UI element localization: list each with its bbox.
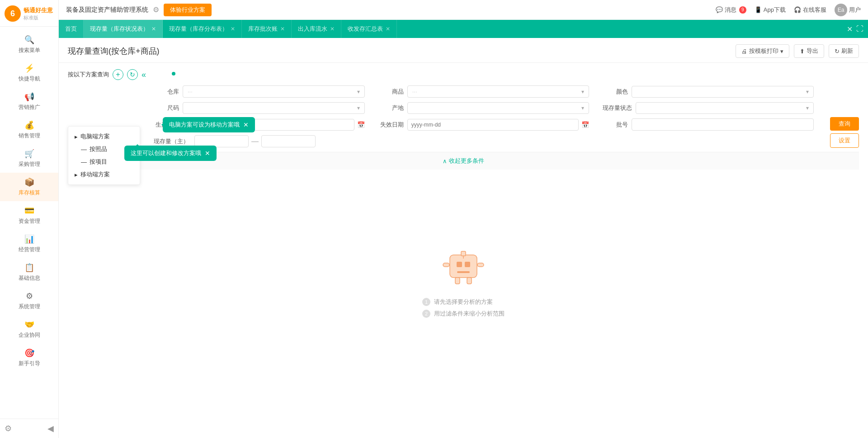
tab-close-batch[interactable]: ✕ [280, 26, 285, 32]
tab-close-summary[interactable]: ✕ [386, 26, 390, 32]
system-title: 装备及固定资产辅助管理系统 [66, 6, 148, 14]
tab-stock-status[interactable]: 现存量（库存状况表） ✕ [84, 20, 163, 38]
tabbar: 首页 现存量（库存状况表） ✕ 现存量（库存分布表） ✕ 库存批次账 ✕ 出入库… [59, 20, 868, 38]
logo-text: 畅通好生意 标准版 [24, 6, 53, 21]
stock-main-dash: — [251, 137, 259, 146]
svg-rect-6 [443, 263, 449, 267]
svg-rect-3 [457, 271, 470, 273]
empty-step-1: 1 请先选择要分析的方案 [422, 298, 505, 306]
refresh-btn[interactable]: ↻ 刷新 [829, 44, 859, 58]
tree-pc-scheme[interactable]: ▸ 电脑端方案 [68, 130, 140, 143]
support-icon: 🎧 [794, 6, 801, 13]
tab-close-flow[interactable]: ✕ [330, 26, 335, 32]
color-chevron: ▾ [806, 89, 809, 95]
phone-icon: 📱 [755, 6, 762, 13]
filter-refresh-btn[interactable]: ↻ [127, 69, 138, 80]
industry-btn[interactable]: 体验行业方案 [164, 4, 212, 16]
online-support-item[interactable]: 🎧 在线客服 [794, 6, 826, 14]
sidebar-item-system[interactable]: ⚙ 系统管理 [0, 287, 58, 315]
goods-select[interactable]: ··· ▾ [407, 85, 590, 98]
tree-child-project-icon: — [81, 159, 87, 165]
expire-date-start[interactable] [407, 119, 579, 131]
sidebar-item-management[interactable]: 📊 经营管理 [0, 230, 58, 258]
sidebar-item-basic-info[interactable]: 📋 基础信息 [0, 258, 58, 287]
sidebar-bottom: ⚙ ◀ [0, 419, 58, 438]
search-btn-group: 查询 设置 [830, 117, 859, 148]
empty-state: 1 请先选择要分析的方案 2 用过滤条件来缩小分析范围 [59, 207, 868, 339]
warehouse-select[interactable]: ··· ▾ [183, 85, 365, 98]
tab-expand-icon[interactable]: ⛶ [856, 25, 863, 33]
topbar: 装备及固定资产辅助管理系统 ⚙ 体验行业方案 💬 消息 9 📱 App下载 🎧 … [59, 0, 868, 20]
tooltip-create-close[interactable]: ✕ [205, 150, 210, 157]
search-btn[interactable]: 查询 [830, 117, 859, 131]
sidebar-item-guide[interactable]: 🎯 新手引导 [0, 344, 58, 372]
sidebar-item-sales[interactable]: 💰 销售管理 [0, 116, 58, 144]
size-chevron: ▾ [357, 105, 360, 111]
goods-dots: ··· [412, 88, 417, 95]
set-btn[interactable]: 设置 [830, 133, 859, 148]
filter-item-origin: 产地 ▾ [378, 102, 590, 114]
print-btn[interactable]: 🖨 按模板打印 ▾ [736, 44, 789, 58]
filter-area: 按以下方案查询 + ↻ « ▸ 电脑端方案 — 按照品 — 按项目 [59, 63, 868, 207]
user-item[interactable]: Ea 用户 [835, 4, 861, 16]
page-title: 现存量查询(按仓库+商品) [68, 46, 160, 57]
sidebar-item-quicknav[interactable]: ⚡ 快捷导航 [0, 59, 58, 87]
gear-icon[interactable]: ⚙ [153, 5, 159, 14]
tab-home[interactable]: 首页 [59, 20, 84, 38]
print-dropdown-icon: ▾ [780, 48, 783, 55]
tab-flow[interactable]: 出入库流水 ✕ [292, 20, 341, 38]
stock-main-input-end[interactable] [261, 135, 316, 147]
tab-stock-dist[interactable]: 现存量（库存分布表） ✕ [163, 20, 242, 38]
sidebar-item-finance[interactable]: 💳 资金管理 [0, 201, 58, 230]
notice-item[interactable]: 💬 消息 9 [716, 6, 746, 14]
filter-back-btn[interactable]: « [142, 70, 146, 80]
goods-chevron: ▾ [581, 89, 584, 95]
color-label: 颜色 [603, 88, 628, 96]
logo-area: 6 畅通好生意 标准版 [0, 0, 58, 27]
collapse-btn[interactable]: ◀ [47, 424, 54, 433]
sidebar-item-search[interactable]: 🔍 搜索菜单 [0, 30, 58, 59]
prod-date-calendar-icon[interactable]: 📅 [357, 121, 365, 128]
tab-batch[interactable]: 库存批次账 ✕ [242, 20, 292, 38]
page-actions: 🖨 按模板打印 ▾ ⬆ 导出 ↻ 刷新 [736, 44, 859, 58]
tab-close-all-icon[interactable]: ✕ [847, 25, 853, 33]
tree-mobile-scheme[interactable]: ▸ 移动端方案 [68, 168, 140, 181]
stock-status-chevron: ▾ [806, 105, 809, 111]
filter-label-row: 按以下方案查询 + ↻ « [68, 69, 859, 80]
filter-add-btn[interactable]: + [113, 69, 123, 80]
stock-status-select[interactable]: ▾ [636, 102, 814, 114]
filter-label: 按以下方案查询 [68, 71, 109, 79]
expire-date-range: 📅 [407, 119, 590, 131]
finance-icon: 💳 [24, 206, 34, 216]
batch-no-input[interactable] [632, 118, 814, 131]
app-download-item[interactable]: 📱 App下载 [755, 6, 786, 14]
system-icon: ⚙ [26, 291, 33, 301]
sidebar-nav: 🔍 搜索菜单 ⚡ 快捷导航 📢 营销推广 💰 销售管理 🛒 采购管理 📦 库存核… [0, 27, 58, 419]
sidebar-item-marketing[interactable]: 📢 营销推广 [0, 87, 58, 116]
size-select[interactable]: ▾ [183, 102, 365, 114]
tab-close-stock-status[interactable]: ✕ [151, 26, 156, 32]
tab-summary[interactable]: 收发存汇总表 ✕ [341, 20, 397, 38]
tooltip-scheme-close[interactable]: ✕ [243, 121, 249, 128]
avatar: Ea [835, 4, 847, 16]
color-select[interactable]: ▾ [632, 86, 814, 98]
sidebar-item-enterprise[interactable]: 🤝 企业协同 [0, 315, 58, 344]
filter-grid-wrap: 仓库 ··· ▾ 商品 ··· ▾ [154, 85, 859, 147]
svg-rect-8 [455, 278, 460, 284]
quicknav-icon: ⚡ [24, 63, 34, 73]
filter-item-stock-status: 现存量状态 ▾ [603, 102, 814, 114]
step2-num: 2 [422, 310, 430, 318]
sidebar-item-purchase[interactable]: 🛒 采购管理 [0, 144, 58, 173]
collapse-up-icon: ∧ [443, 158, 447, 165]
expire-date-calendar-icon[interactable]: 📅 [581, 121, 589, 128]
notice-icon: 💬 [716, 6, 723, 13]
tooltip-create: 这里可以创建和修改方案哦 ✕ [124, 146, 217, 161]
refresh-icon: ↻ [835, 48, 840, 55]
sidebar-item-inventory[interactable]: 📦 库存核算 [0, 173, 58, 201]
export-btn[interactable]: ⬆ 导出 [794, 44, 824, 58]
settings-btn[interactable]: ⚙ [5, 424, 12, 433]
origin-select[interactable]: ▾ [407, 102, 590, 114]
svg-rect-4 [461, 251, 466, 256]
expire-date-label: 失效日期 [378, 121, 404, 129]
tab-close-stock-dist[interactable]: ✕ [231, 26, 235, 32]
